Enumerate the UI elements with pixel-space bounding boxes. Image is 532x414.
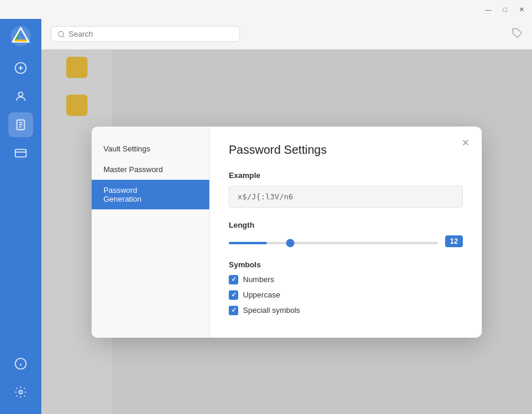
example-label: Example — [229, 171, 463, 180]
tag-icon — [512, 28, 523, 41]
password-settings-dialog: Vault Settings Master Password PasswordG… — [92, 127, 482, 338]
maximize-button[interactable]: □ — [499, 4, 511, 15]
special-symbols-label: Speciall symbols — [243, 306, 300, 315]
svg-point-19 — [59, 31, 64, 37]
content-area: Vault Settings Master Password PasswordG… — [41, 50, 532, 414]
numbers-label: Numbers — [243, 275, 274, 284]
slider-wrapper — [229, 236, 438, 247]
symbols-label: Symbols — [229, 260, 463, 269]
sidebar-profile-icon[interactable] — [8, 84, 33, 109]
search-icon — [57, 30, 65, 38]
dialog-main: ✕ Password Settings Example x$/J{:l3V/n6… — [210, 127, 482, 338]
uppercase-label: Uppercase — [243, 290, 280, 299]
uppercase-checkbox-row: Uppercase — [229, 290, 463, 300]
numbers-checkbox[interactable] — [229, 275, 238, 284]
uppercase-checkbox[interactable] — [229, 290, 238, 300]
slider-row: 12 — [229, 235, 463, 247]
length-label: Length — [229, 221, 463, 229]
special-symbols-checkbox-row: Speciall symbols — [229, 306, 463, 315]
dialog-vault-settings-item[interactable]: Vault Settings — [92, 138, 209, 159]
length-badge: 12 — [445, 235, 463, 247]
svg-point-8 — [18, 92, 22, 96]
numbers-checkbox-row: Numbers — [229, 275, 463, 284]
main-content: Vault Settings Master Password PasswordG… — [41, 19, 532, 414]
sidebar — [0, 19, 41, 414]
example-value: x$/J{:l3V/n6 — [229, 186, 463, 208]
sidebar-add-icon[interactable] — [8, 56, 33, 80]
svg-rect-13 — [15, 150, 26, 157]
special-symbols-checkbox[interactable] — [229, 306, 238, 315]
dialog-password-generation-item[interactable]: PasswordGeneration — [92, 180, 209, 209]
sidebar-info-icon[interactable] — [8, 351, 33, 376]
dialog-close-button[interactable]: ✕ — [458, 136, 472, 150]
svg-point-18 — [19, 390, 22, 394]
modal-overlay: Vault Settings Master Password PasswordG… — [41, 50, 532, 414]
dialog-master-password-item[interactable]: Master Password — [92, 159, 209, 180]
search-box[interactable] — [51, 26, 240, 42]
sidebar-document-icon[interactable] — [8, 112, 33, 137]
app-logo — [9, 25, 32, 47]
sidebar-card-icon[interactable] — [8, 141, 33, 166]
dialog-title: Password Settings — [229, 143, 463, 157]
close-button[interactable]: ✕ — [515, 4, 527, 15]
length-section: Length 12 — [229, 221, 463, 247]
dialog-sidebar: Vault Settings Master Password PasswordG… — [92, 127, 210, 338]
minimize-button[interactable]: — — [482, 4, 494, 15]
top-bar — [41, 19, 532, 50]
sidebar-settings-icon[interactable] — [8, 380, 33, 405]
svg-line-20 — [63, 35, 64, 37]
length-slider[interactable] — [229, 242, 438, 244]
title-bar: — □ ✕ — [0, 0, 532, 19]
app-container: Vault Settings Master Password PasswordG… — [0, 19, 532, 414]
symbols-section: Symbols Numbers Uppercase — [229, 260, 463, 315]
search-input[interactable] — [69, 30, 233, 38]
